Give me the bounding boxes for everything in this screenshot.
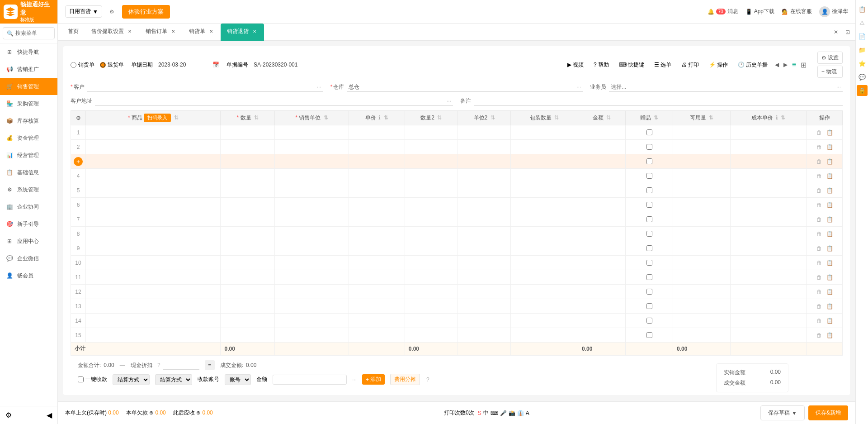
right-tool-chat[interactable]: 💬: [857, 71, 868, 82]
account-dots[interactable]: ···: [352, 376, 357, 383]
row-6-sell-unit[interactable]: [275, 198, 349, 212]
settings-btn[interactable]: ⚙ 设置: [817, 52, 843, 64]
delete-btn-9[interactable]: 🗑: [815, 244, 823, 252]
row-13-amount[interactable]: [578, 299, 626, 314]
copy-btn-4[interactable]: 📋: [826, 172, 834, 180]
customer-input[interactable]: [87, 82, 315, 91]
sidebar-item-purchase[interactable]: 🏪 采购管理: [0, 95, 57, 112]
gift-checkbox-7[interactable]: [646, 216, 652, 222]
row-3-amount[interactable]: [578, 154, 626, 169]
copy-btn-7[interactable]: 📋: [826, 215, 834, 224]
row-8-unit2[interactable]: [458, 227, 510, 241]
row-9-qty2[interactable]: [405, 241, 458, 256]
row-15-unit2[interactable]: [458, 328, 510, 343]
right-tool-doc[interactable]: 📄: [857, 31, 868, 42]
sidebar-item-quicknav[interactable]: ⊞ 快捷导航: [0, 43, 57, 61]
row-9-amount[interactable]: [578, 241, 626, 256]
copy-btn-12[interactable]: 📋: [826, 288, 834, 296]
avail-sort-icon[interactable]: ⇅: [709, 114, 713, 121]
gift-checkbox-14[interactable]: [646, 318, 652, 324]
row-1-qty[interactable]: [221, 125, 275, 140]
nav-next[interactable]: ▶: [783, 62, 788, 68]
history-btn[interactable]: 🕐 历史单据: [735, 60, 770, 70]
copy-btn-10[interactable]: 📋: [826, 259, 834, 267]
copy-btn-3[interactable]: 📋: [826, 157, 834, 166]
product-input-row-3[interactable]: [89, 158, 217, 165]
delete-btn-7[interactable]: 🗑: [815, 215, 823, 224]
delete-btn-13[interactable]: 🗑: [815, 302, 823, 310]
row-12-qty[interactable]: [221, 285, 275, 299]
customer-addr-input[interactable]: [95, 96, 445, 105]
row-2-product[interactable]: [86, 140, 221, 154]
row-4-amount[interactable]: [578, 169, 626, 183]
row-5-qty2[interactable]: [405, 183, 458, 198]
row-14-unit2[interactable]: [458, 314, 510, 328]
unit2-sort-icon[interactable]: ⇅: [491, 114, 495, 121]
row-7-unit2[interactable]: [458, 212, 510, 227]
row-13-qty[interactable]: [221, 299, 275, 314]
row-12-amount[interactable]: [578, 285, 626, 299]
row-7-qty[interactable]: [221, 212, 275, 227]
row-4-product[interactable]: [86, 169, 221, 183]
row-14-product[interactable]: [86, 314, 221, 328]
gift-checkbox-13[interactable]: [646, 303, 652, 309]
row-10-unit2[interactable]: [458, 256, 510, 270]
row-11-amount[interactable]: [578, 270, 626, 285]
gift-checkbox-11[interactable]: [646, 274, 652, 280]
delete-btn-10[interactable]: 🗑: [815, 259, 823, 267]
row-9-sell-unit[interactable]: [275, 241, 349, 256]
gift-checkbox-2[interactable]: [646, 144, 652, 150]
row-8-pack-qty[interactable]: [511, 227, 578, 241]
copy-btn-9[interactable]: 📋: [826, 244, 834, 252]
row-9-pack-qty[interactable]: [511, 241, 578, 256]
row-8-amount[interactable]: [578, 227, 626, 241]
row-1-amount[interactable]: [578, 125, 626, 140]
row-13-sell-unit[interactable]: [275, 299, 349, 314]
row-12-qty2[interactable]: [405, 285, 458, 299]
header-settings-button[interactable]: ⚙: [106, 5, 118, 18]
row-9-unit-price[interactable]: [349, 241, 405, 256]
row-1-pack-qty[interactable]: [511, 125, 578, 140]
copy-btn-15[interactable]: 📋: [826, 331, 834, 339]
row-11-qty2[interactable]: [405, 270, 458, 285]
row-12-sell-unit[interactable]: [275, 285, 349, 299]
sidebar-item-newbie[interactable]: 🎯 新手引导: [0, 215, 57, 233]
row-11-pack-qty[interactable]: [511, 270, 578, 285]
row-15-unit-price[interactable]: [349, 328, 405, 343]
select-btn[interactable]: ☰ 选单: [651, 60, 674, 70]
sidebar-item-apps[interactable]: ⊞ 应用中心: [0, 233, 57, 250]
row-11-avail[interactable]: [673, 270, 731, 285]
tab-close-all[interactable]: ✕: [831, 28, 841, 36]
warehouse-input[interactable]: [347, 82, 575, 91]
row-2-qty2[interactable]: [405, 140, 458, 154]
row-6-unit-price[interactable]: [349, 198, 405, 212]
row-13-avail[interactable]: [673, 299, 731, 314]
delete-btn-1[interactable]: 🗑: [815, 129, 823, 137]
view-grid-icon[interactable]: ⊞: [801, 61, 807, 69]
online-service-btn[interactable]: 💁 在线客服: [782, 8, 812, 15]
delete-btn-5[interactable]: 🗑: [815, 186, 823, 195]
unit-sort-icon[interactable]: ⇅: [324, 114, 328, 121]
row-2-unit-price[interactable]: [349, 140, 405, 154]
cash-discount-info[interactable]: ?: [157, 362, 160, 368]
row-15-amount[interactable]: [578, 328, 626, 343]
row-3-sell-unit[interactable]: [275, 154, 349, 169]
copy-btn-8[interactable]: 📋: [826, 230, 834, 238]
nav-prev[interactable]: ◀: [775, 62, 779, 68]
save-new-button[interactable]: 保存&新增: [808, 405, 848, 420]
row-14-pack-qty[interactable]: [511, 314, 578, 328]
gift-checkbox-12[interactable]: [646, 289, 652, 295]
row-4-sell-unit[interactable]: [275, 169, 349, 183]
gift-checkbox-3[interactable]: [646, 158, 652, 164]
row-14-unit-price[interactable]: [349, 314, 405, 328]
row-12-avail[interactable]: [673, 285, 731, 299]
row-5-sell-unit[interactable]: [275, 183, 349, 198]
row-4-unit2[interactable]: [458, 169, 510, 183]
row-13-qty2[interactable]: [405, 299, 458, 314]
date-input[interactable]: [156, 61, 210, 69]
account-no-select[interactable]: 账号: [225, 374, 251, 385]
gift-checkbox-1[interactable]: [646, 129, 652, 135]
gift-checkbox-9[interactable]: [646, 245, 652, 251]
copy-btn-13[interactable]: 📋: [826, 302, 834, 310]
row-8-qty2[interactable]: [405, 227, 458, 241]
